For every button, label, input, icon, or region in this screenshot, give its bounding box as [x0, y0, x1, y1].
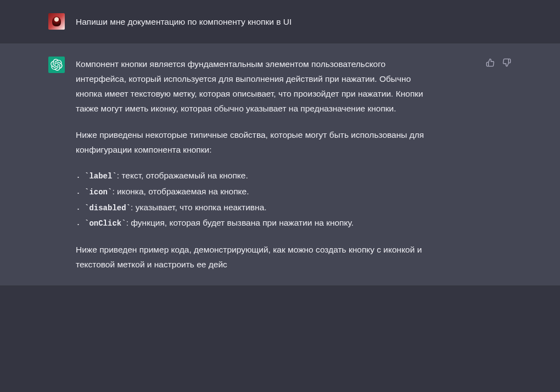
assistant-message-row: Компонент кнопки является фундаментальны… — [0, 43, 560, 286]
user-avatar — [48, 13, 65, 30]
assistant-message-content: Компонент кнопки является фундаментальны… — [76, 57, 433, 272]
bottom-area — [0, 286, 560, 392]
thumbs-down-button[interactable] — [502, 58, 512, 68]
assistant-paragraph-3: Ниже приведен пример кода, демонстрирующ… — [76, 242, 433, 272]
list-item: `onClick`: функция, которая будет вызван… — [76, 215, 433, 231]
user-message-row: Напиши мне документацию по компоненту кн… — [0, 0, 560, 43]
assistant-avatar — [48, 57, 65, 73]
list-item: `label`: текст, отображаемый на кнопке. — [76, 168, 433, 184]
assistant-paragraph-2: Ниже приведены некоторые типичные свойст… — [76, 127, 433, 157]
list-item: `icon`: иконка, отображаемая на кнопке. — [76, 184, 433, 200]
openai-logo-icon — [51, 59, 63, 71]
user-message-text: Напиши мне документацию по компоненту кн… — [76, 13, 433, 30]
thumbs-up-icon — [486, 58, 495, 67]
properties-list: `label`: текст, отображаемый на кнопке. … — [76, 168, 433, 232]
feedback-actions — [463, 57, 512, 272]
assistant-paragraph-1: Компонент кнопки является фундаментальны… — [76, 57, 433, 116]
thumbs-down-icon — [502, 58, 511, 67]
thumbs-up-button[interactable] — [485, 58, 495, 68]
list-item: `disabled`: указывает, что кнопка неакти… — [76, 200, 433, 216]
